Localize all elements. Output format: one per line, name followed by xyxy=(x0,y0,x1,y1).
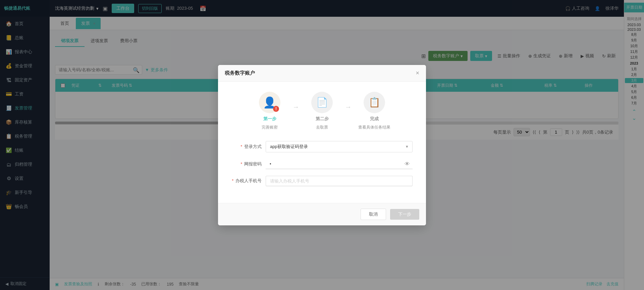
cancel-button[interactable]: 取消 xyxy=(361,209,386,220)
modal-overlay: 税务数字账户 × 👤 ! 第一步 完善账密 → xyxy=(0,0,644,290)
login-method-value: app获取验证码登录 xyxy=(270,144,308,150)
phone-row: * 办税人手机号 xyxy=(231,176,413,186)
steps-row: 👤 ! 第一步 完善账密 → 📄 第二步 去取票 → xyxy=(231,92,413,130)
step-2-icon-wrap: 📄 xyxy=(311,92,333,113)
chevron-down-icon: ▾ xyxy=(406,144,408,149)
step-3-icon: 📋 xyxy=(369,97,380,108)
password-row: * 网报密码 👁 xyxy=(231,159,413,169)
step-2: 📄 第二步 去取票 xyxy=(302,92,342,130)
step-1-desc: 完善账密 xyxy=(262,125,278,130)
step-1-icon-wrap: 👤 ! xyxy=(259,92,280,113)
modal-body: 👤 ! 第一步 完善账密 → 📄 第二步 去取票 → xyxy=(218,82,426,203)
login-method-row: * 登录方式 app获取验证码登录 ▾ xyxy=(231,141,413,152)
password-wrap: 👁 xyxy=(266,159,413,169)
modal-close-button[interactable]: × xyxy=(416,70,419,77)
step-arrow-2: → xyxy=(345,103,352,119)
phone-input[interactable] xyxy=(266,176,413,186)
password-toggle-icon[interactable]: 👁 xyxy=(405,161,410,167)
step-arrow-1: → xyxy=(292,103,299,119)
step-2-icon: 📄 xyxy=(316,97,328,108)
modal-title: 税务数字账户 xyxy=(225,70,255,76)
modal-header: 税务数字账户 × xyxy=(218,65,426,82)
step-3-label: 完成 xyxy=(370,116,379,122)
step-1: 👤 ! 第一步 完善账密 xyxy=(250,92,290,130)
next-button[interactable]: 下一步 xyxy=(390,209,419,220)
step-1-badge: ! xyxy=(273,106,279,112)
password-label: * 网报密码 xyxy=(231,161,262,167)
login-method-select[interactable]: app获取验证码登录 ▾ xyxy=(266,141,413,152)
step-3: 📋 完成 查看具体任务结果 xyxy=(354,92,394,130)
modal-footer: 取消 下一步 xyxy=(218,203,426,225)
password-input[interactable] xyxy=(266,159,413,169)
tax-digital-modal: 税务数字账户 × 👤 ! 第一步 完善账密 → xyxy=(218,65,426,225)
login-method-label: * 登录方式 xyxy=(231,144,262,150)
step-2-desc: 去取票 xyxy=(316,125,328,130)
step-3-icon-wrap: 📋 xyxy=(364,92,385,113)
phone-label: * 办税人手机号 xyxy=(231,178,262,184)
step-2-label: 第二步 xyxy=(316,116,329,122)
step-1-label: 第一步 xyxy=(263,116,276,122)
step-3-desc: 查看具体任务结果 xyxy=(358,125,390,130)
